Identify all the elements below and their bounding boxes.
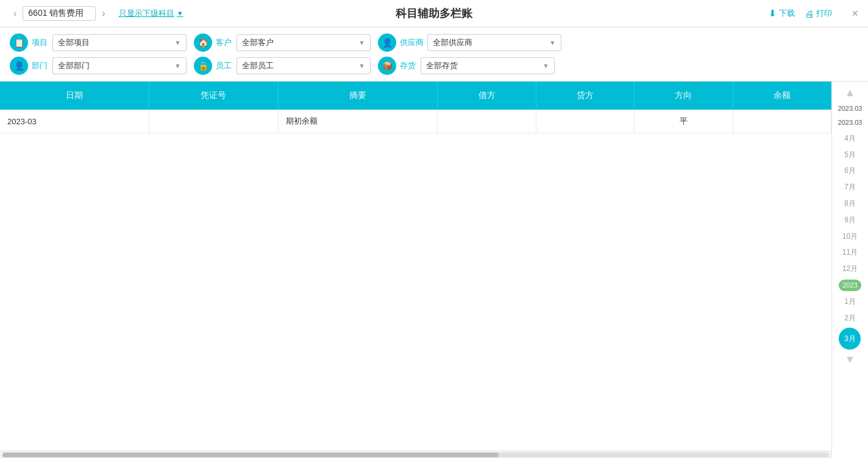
customer-label: 客户: [216, 37, 233, 48]
top-bar: ‹ 6601 销售费用 › 只显示下级科目 ▼ 科目辅助多栏账 ⬇ 下载 🖨 打…: [0, 0, 868, 27]
filter-item-project: 📋 项目 全部项目 ▼: [10, 33, 187, 52]
dept-icon: 👤: [10, 57, 28, 75]
filter-row-1: 📋 项目 全部项目 ▼ 🏠 客户 全部客户 ▼ 👤 供应商: [10, 33, 858, 52]
page-title: 科目辅助多栏账: [396, 6, 472, 21]
chevron-down-icon: ▼: [549, 39, 556, 46]
sidebar-period-item[interactable]: 2023.03: [838, 116, 863, 130]
sidebar-period-item[interactable]: 12月: [838, 261, 863, 277]
inventory-label: 存货: [400, 60, 417, 71]
show-sub-label: 只显示下级科目: [119, 8, 174, 19]
nav-area: ‹ 6601 销售费用 › 只显示下级科目 ▼: [10, 6, 183, 21]
sidebar-scroll-up[interactable]: ▲: [842, 84, 858, 102]
supplier-icon: 👤: [378, 33, 396, 52]
cell-credit: [536, 110, 634, 133]
table-row[interactable]: 2023-03 期初余额 平: [0, 110, 831, 133]
show-sub-arrow: ▼: [177, 10, 183, 17]
download-label: 下载: [779, 8, 795, 19]
print-button[interactable]: 🖨 打印: [805, 8, 832, 19]
sidebar-period-item[interactable]: 8月: [838, 196, 863, 212]
sidebar-period-item[interactable]: 5月: [838, 147, 863, 163]
chevron-down-icon: ▼: [358, 62, 365, 69]
scrollbar-track: [2, 453, 829, 457]
inventory-icon: 📦: [378, 57, 396, 75]
col-debit: 借方: [438, 82, 536, 110]
col-direction: 方向: [635, 82, 733, 110]
employee-value: 全部员工: [242, 60, 274, 71]
chevron-down-icon: ▼: [174, 39, 181, 46]
col-voucher: 凭证号: [149, 82, 279, 110]
sidebar-period-item[interactable]: 9月: [838, 212, 863, 228]
customer-select[interactable]: 全部客户 ▼: [237, 34, 371, 51]
sidebar-period-item[interactable]: 10月: [838, 228, 863, 245]
chevron-down-icon: ▼: [174, 62, 181, 69]
horizontal-scrollbar[interactable]: [0, 451, 831, 458]
inventory-value: 全部存货: [426, 60, 458, 71]
table-area: 日期 凭证号 摘要 借方 贷方 方向 余额 2023-03 期初余额: [0, 82, 831, 458]
data-table: 日期 凭证号 摘要 借方 贷方 方向 余额 2023-03 期初余额: [0, 82, 831, 133]
cell-voucher: [149, 110, 279, 133]
filter-item-supplier: 👤 供应商 全部供应商 ▼: [378, 33, 561, 52]
prev-arrow[interactable]: ‹: [10, 7, 20, 20]
filter-item-inventory: 📦 存货 全部存货 ▼: [378, 57, 555, 75]
chevron-down-icon: ▼: [358, 39, 365, 46]
filter-item-employee: 🔒 员工 全部员工 ▼: [194, 57, 371, 75]
account-code: 6601 销售费用: [23, 6, 96, 21]
chevron-down-icon: ▼: [542, 62, 549, 69]
sidebar-period-item[interactable]: 11月: [838, 244, 863, 261]
dept-label: 部门: [32, 60, 49, 71]
table-header-row: 日期 凭证号 摘要 借方 贷方 方向 余额: [0, 82, 831, 110]
main-content: 日期 凭证号 摘要 借方 贷方 方向 余额 2023-03 期初余额: [0, 82, 868, 458]
download-button[interactable]: ⬇ 下载: [769, 8, 795, 19]
print-label: 打印: [816, 8, 832, 19]
sidebar-scroll-down[interactable]: ▼: [842, 351, 858, 368]
sidebar-period-item[interactable]: 2023: [839, 280, 861, 291]
sidebar-period-item[interactable]: 3月: [839, 328, 861, 350]
project-select[interactable]: 全部项目 ▼: [52, 34, 187, 51]
filter-row-2: 👤 部门 全部部门 ▼ 🔒 员工 全部员工 ▼ 📦 存货: [10, 57, 858, 75]
sidebar-period-item[interactable]: 4月: [838, 130, 863, 147]
col-date: 日期: [0, 82, 149, 110]
project-label: 项目: [32, 37, 49, 48]
employee-select[interactable]: 全部员工 ▼: [237, 57, 371, 74]
right-sidebar: ▲ 2023.032023.034月5月6月7月8月9月10月11月12月202…: [831, 82, 868, 458]
scrollbar-thumb[interactable]: [2, 453, 499, 457]
dept-value: 全部部门: [58, 60, 90, 71]
project-value: 全部项目: [58, 37, 90, 48]
sidebar-period-item[interactable]: 2023.03: [838, 102, 863, 116]
cell-direction: 平: [635, 110, 733, 133]
inventory-select[interactable]: 全部存货 ▼: [421, 57, 555, 74]
supplier-select[interactable]: 全部供应商 ▼: [427, 34, 561, 51]
show-sub-toggle[interactable]: 只显示下级科目 ▼: [119, 8, 183, 19]
col-credit: 贷方: [536, 82, 634, 110]
employee-icon: 🔒: [194, 57, 212, 75]
main-window: ‹ 6601 销售费用 › 只显示下级科目 ▼ 科目辅助多栏账 ⬇ 下载 🖨 打…: [0, 0, 868, 458]
filter-item-dept: 👤 部门 全部部门 ▼: [10, 57, 187, 75]
next-arrow[interactable]: ›: [98, 7, 108, 20]
dept-select[interactable]: 全部部门 ▼: [52, 57, 187, 74]
cell-summary: 期初余额: [278, 110, 438, 133]
supplier-label: 供应商: [400, 37, 424, 48]
customer-value: 全部客户: [242, 37, 274, 48]
col-summary: 摘要: [278, 82, 438, 110]
project-icon: 📋: [10, 33, 28, 52]
top-actions: ⬇ 下载 🖨 打印 ×: [769, 7, 858, 20]
customer-icon: 🏠: [194, 33, 212, 52]
col-balance: 余额: [733, 82, 831, 110]
cell-debit: [438, 110, 536, 133]
sidebar-period-item[interactable]: 2月: [838, 310, 863, 326]
close-button[interactable]: ×: [852, 7, 858, 20]
sidebar-period-item[interactable]: 1月: [838, 294, 863, 310]
sidebar-period-item[interactable]: 7月: [838, 179, 863, 196]
filter-item-customer: 🏠 客户 全部客户 ▼: [194, 33, 371, 52]
cell-balance: [733, 110, 831, 133]
supplier-value: 全部供应商: [433, 37, 472, 48]
download-icon: ⬇: [769, 8, 777, 19]
print-icon: 🖨: [805, 9, 814, 19]
filter-area: 📋 项目 全部项目 ▼ 🏠 客户 全部客户 ▼ 👤 供应商: [0, 27, 868, 82]
cell-date: 2023-03: [0, 110, 149, 133]
sidebar-period-item[interactable]: 6月: [838, 163, 863, 179]
employee-label: 员工: [216, 60, 233, 71]
